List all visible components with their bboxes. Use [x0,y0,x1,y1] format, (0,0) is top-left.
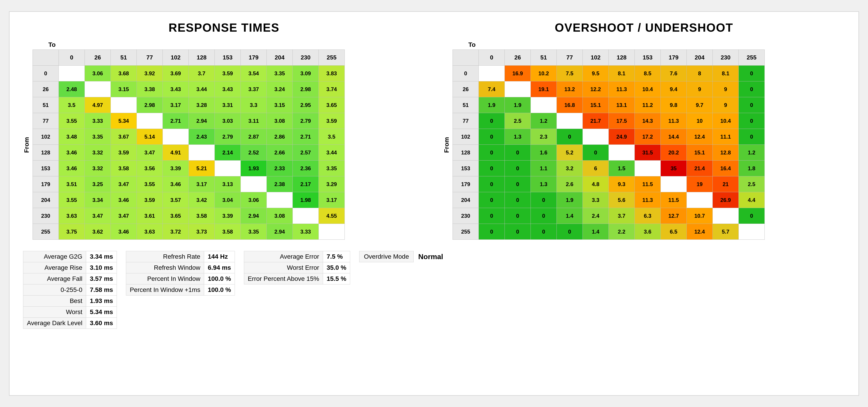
table-cell: 2.71 [163,113,189,129]
table-cell: 2.33 [267,160,293,176]
response-times-table: 026517710212815317920423025503.063.683.9… [33,50,345,240]
col-header: 51 [111,50,137,66]
table-cell: 31.5 [635,145,661,160]
col-header [453,50,479,66]
table-cell: 3.3 [583,192,609,208]
table-cell: 3.58 [111,160,137,176]
table-cell: 3.58 [189,208,215,224]
table-cell: 3.28 [189,97,215,113]
table-cell: 0 [505,224,531,240]
table-cell [531,97,557,113]
table-row: 128001.65.2031.520.215.112.81.2 [453,145,765,160]
table-cell: 2.66 [267,145,293,160]
table-cell: 3.63 [137,224,163,240]
table-cell: 3.37 [241,82,267,97]
table-cell: 3.17 [189,176,215,192]
table-cell: 4.97 [85,97,111,113]
stats-value: 3.60 ms [86,318,117,329]
col-header: 153 [635,50,661,66]
overshoot-title: OVERSHOOT / UNDERSHOOT [443,21,845,34]
table-cell: 12.8 [713,145,739,160]
col-header: 230 [293,50,319,66]
table-cell [85,82,111,97]
stats-row-item: Refresh Window6.94 ms [126,262,235,273]
table-cell [241,176,267,192]
table-cell: 3.73 [189,224,215,240]
table-cell: 3.48 [59,129,85,145]
table-cell: 10.7 [687,208,713,224]
table-cell: 0 [583,145,609,160]
table-cell: 11.3 [661,113,687,129]
table-cell: 12.2 [583,82,609,97]
table-cell: 3.58 [215,224,241,240]
table-cell: 2.48 [59,82,85,97]
row-header: 0 [33,66,59,82]
table-cell: 2.5 [505,113,531,129]
table-cell: 21.7 [583,113,609,129]
table-cell: 0 [739,113,765,129]
table-cell: 3.59 [215,66,241,82]
col-header [33,50,59,66]
table-cell: 1.4 [583,224,609,240]
table-cell [713,208,739,224]
table-cell: 11.3 [635,192,661,208]
table-row: 2040001.93.35.611.311.526.94.4 [453,192,765,208]
table-cell: 3.29 [319,176,345,192]
table-cell: 3.34 [85,192,111,208]
table-cell: 4.4 [739,192,765,208]
table-row: 2303.633.473.473.613.653.583.392.943.084… [33,208,345,224]
row-header: 204 [453,192,479,208]
table-cell: 0 [505,176,531,192]
table-cell: 15.1 [687,145,713,160]
row-header: 128 [33,145,59,160]
stats-label: Error Percent Above 15% [244,273,323,284]
table-row: 7702.51.221.717.514.311.31010.40 [453,113,765,129]
stats-label: Worst Error [244,262,323,273]
table-cell: 3.6 [635,224,661,240]
row-header: 77 [33,113,59,129]
table-cell [635,160,661,176]
table-cell: 20.2 [661,145,687,160]
table-cell: 3.59 [111,145,137,160]
table-cell: 2.98 [137,97,163,113]
table-cell: 3.69 [163,66,189,82]
table-cell: 15.1 [583,97,609,113]
table-cell: 3.7 [609,208,635,224]
table-cell: 4.55 [319,208,345,224]
table-row: 2043.553.343.463.593.573.423.043.061.983… [33,192,345,208]
stats-label: Refresh Rate [126,251,204,262]
table-row: 2300001.42.43.76.312.710.70 [453,208,765,224]
stats-value: 3.10 ms [86,262,117,273]
table-cell: 0 [479,192,505,208]
table-cell: 2.94 [241,208,267,224]
row-header: 26 [453,82,479,97]
response-times-matrix-container: From To 026517710212815317920423025503.0… [23,41,425,240]
table-cell: 12.4 [687,129,713,145]
table-cell: 0 [479,113,505,129]
row-header: 153 [33,160,59,176]
table-cell: 3.43 [215,82,241,97]
middle-stats-table: Refresh Rate144 HzRefresh Window6.94 msP… [126,251,235,295]
col-header: 26 [505,50,531,66]
table-cell: 2.95 [293,97,319,113]
right-stats-table: Average Error7.5 %Worst Error35.0 %Error… [244,251,350,284]
col-header: 0 [479,50,505,66]
table-cell: 0 [557,224,583,240]
col-header: 128 [609,50,635,66]
table-cell: 16.8 [557,97,583,113]
stats-label: Average Rise [23,262,86,273]
table-cell: 2.94 [189,113,215,129]
stats-label: Average Dark Level [23,318,86,329]
table-cell: 2.52 [241,145,267,160]
table-cell: 10.4 [713,113,739,129]
table-cell: 5.34 [111,113,137,129]
table-cell: 3.35 [241,224,267,240]
table-cell: 3.43 [163,82,189,97]
table-cell: 3.03 [215,113,241,129]
table-cell: 3.72 [163,224,189,240]
overshoot-matrix-with-headers: To 0265177102128153179204230255016.910.2… [453,41,765,240]
table-cell: 3.39 [163,160,189,176]
table-cell: 12.7 [661,208,687,224]
table-cell: 3.35 [319,160,345,176]
table-cell: 17.2 [635,129,661,145]
